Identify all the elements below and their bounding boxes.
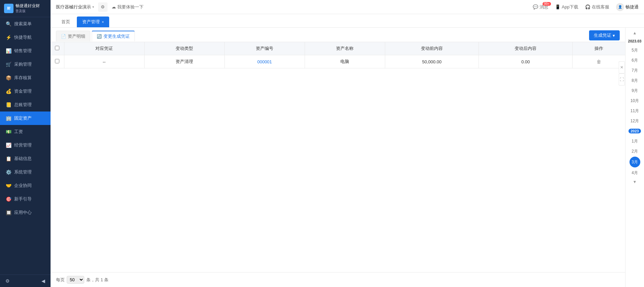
side-panel-close-button[interactable]: ✕ xyxy=(619,61,625,73)
user-menu[interactable]: 👤 畅捷通 xyxy=(616,3,639,11)
row-after-change: 0.00 xyxy=(479,55,573,68)
message-button[interactable]: 💬 消息 99+ xyxy=(533,4,548,10)
sidebar-label-fixed-assets: 固定资产 xyxy=(14,115,32,121)
tab-home[interactable]: 首页 xyxy=(56,17,75,27)
month-12[interactable]: 12月 xyxy=(627,116,643,126)
message-badge: 99+ xyxy=(543,2,551,6)
side-panel-expand-button[interactable]: ⛶ xyxy=(619,73,625,86)
per-page-label: 每页 xyxy=(56,277,65,283)
logo-text: 畅捷通好业财 xyxy=(16,3,40,9)
app-download-label: App下载 xyxy=(562,4,578,10)
month-10[interactable]: 10月 xyxy=(627,96,643,105)
per-page-select[interactable]: 50 10 20 100 xyxy=(67,276,84,284)
service-label: 在线客服 xyxy=(592,4,609,10)
table-wrapper: 对应凭证 变动类型 资产编号 资产名称 变动前内容 变动后内容 操作 xyxy=(51,42,625,272)
sidebar-item-salary[interactable]: 💵 工资 xyxy=(0,125,51,138)
sidebar-item-search[interactable]: 🔍 搜索菜单 xyxy=(0,17,51,31)
data-table: 对应凭证 变动类型 资产编号 资产名称 变动前内容 变动后内容 操作 xyxy=(51,42,625,68)
purchase-icon: 🛒 xyxy=(5,61,11,67)
col-change-type: 变动类型 xyxy=(144,42,224,55)
sidebar-item-system[interactable]: ⚙️ 系统管理 xyxy=(0,165,51,179)
sidebar-label-inventory: 库存核算 xyxy=(14,75,32,81)
select-all-checkbox[interactable] xyxy=(55,46,59,50)
sub-tab-asset-detail[interactable]: 📄 资产明细 xyxy=(56,31,90,41)
col-after-change: 变动后内容 xyxy=(479,42,573,55)
basic-info-icon: 📋 xyxy=(5,156,11,162)
generate-arrow-icon: ▾ xyxy=(613,33,615,38)
experience-button[interactable]: ☁ 我要体验一下 xyxy=(112,4,144,10)
month-9[interactable]: 9月 xyxy=(627,86,643,95)
enterprise-icon: 🤝 xyxy=(5,183,11,189)
sidebar-item-fixed-assets[interactable]: 🏢 固定资产 xyxy=(0,111,51,125)
row-asset-name: 电脑 xyxy=(305,55,385,68)
table-header-row: 对应凭证 变动类型 资产编号 资产名称 变动前内容 变动后内容 操作 xyxy=(51,42,625,55)
sidebar-item-management[interactable]: 📈 经营管理 xyxy=(0,138,51,152)
month-2023-2[interactable]: 2月 xyxy=(627,147,643,156)
sidebar-item-purchase[interactable]: 🛒 采购管理 xyxy=(0,58,51,71)
month-11[interactable]: 11月 xyxy=(627,106,643,116)
sidebar-bottom: ⚙ ◀ xyxy=(0,275,51,287)
month-5[interactable]: 5月 xyxy=(627,45,643,55)
row-asset-code[interactable]: 000001 xyxy=(224,55,305,68)
content-main: 📄 资产明细 🔄 变更生成凭证 生成凭证 ▾ xyxy=(51,28,625,287)
sidebar-label-guide: 新手引导 xyxy=(14,196,32,202)
company-selector[interactable]: 医疗器械行业演示 ▾ xyxy=(56,4,94,10)
user-avatar: 👤 xyxy=(616,3,624,11)
sales-icon: 📊 xyxy=(5,48,11,54)
delete-icon[interactable]: 🗑 xyxy=(596,59,601,64)
sidebar-label-search: 搜索菜单 xyxy=(14,21,32,27)
sidebar-label-purchase: 采购管理 xyxy=(14,61,32,67)
month-2023-4[interactable]: 4月 xyxy=(627,168,643,178)
row-operation: 🗑 xyxy=(573,55,625,68)
sidebar-label-salary: 工资 xyxy=(14,129,23,135)
month-6[interactable]: 6月 xyxy=(627,56,643,65)
side-panel-up-button[interactable]: ▲ xyxy=(631,29,639,37)
sidebar-item-inventory[interactable]: 📦 库存核算 xyxy=(0,71,51,85)
tab-asset-mgmt[interactable]: 资产管理× xyxy=(77,17,109,27)
main-container: 医疗器械行业演示 ▾ ⚙ ☁ 我要体验一下 💬 消息 99+ 📱 App下载 🎧… xyxy=(51,0,644,287)
month-2023-3[interactable]: 3月 xyxy=(630,157,640,167)
sidebar-item-sales[interactable]: 📊 销售管理 xyxy=(0,44,51,58)
col-voucher: 对应凭证 xyxy=(64,42,144,55)
sidebar-item-ledger[interactable]: 📒 总账管理 xyxy=(0,98,51,111)
message-icon: 💬 xyxy=(533,4,538,9)
app-center-icon: 🔲 xyxy=(5,210,11,216)
generate-label: 生成凭证 xyxy=(594,32,611,38)
col-asset-name: 资产名称 xyxy=(305,42,385,55)
col-asset-code: 资产编号 xyxy=(224,42,305,55)
month-2023-1[interactable]: 1月 xyxy=(627,136,643,146)
sub-tab-change-voucher[interactable]: 🔄 变更生成凭证 xyxy=(92,31,135,41)
row-before-change: 50,000.00 xyxy=(385,55,479,68)
sidebar-item-guide[interactable]: 🎯 新手引导 xyxy=(0,192,51,206)
tab-close-asset-mgmt[interactable]: × xyxy=(102,20,104,24)
logo-icon: 财 xyxy=(4,4,13,13)
sidebar-item-basic-info[interactable]: 📋 基础信息 xyxy=(0,152,51,165)
settings-bottom-icon[interactable]: ⚙ xyxy=(5,278,10,284)
row-checkbox[interactable] xyxy=(55,59,59,63)
sub-tabs: 📄 资产明细 🔄 变更生成凭证 生成凭证 ▾ xyxy=(51,28,625,42)
generate-voucher-button[interactable]: 生成凭证 ▾ xyxy=(589,30,620,40)
sidebar-label-management: 经营管理 xyxy=(14,142,32,148)
year-badge: 2023 xyxy=(628,129,641,133)
month-7[interactable]: 7月 xyxy=(627,66,643,75)
company-arrow-icon: ▾ xyxy=(92,5,94,9)
side-panel-down-button[interactable]: ▼ xyxy=(631,178,639,186)
collapse-icon[interactable]: ◀ xyxy=(41,278,45,284)
table-row: -- 资产清理 000001 电脑 50,000.00 0.00 🗑 xyxy=(51,55,625,68)
sidebar-item-quick-nav[interactable]: ⚡ 快捷导航 xyxy=(0,31,51,44)
sidebar-item-enterprise[interactable]: 🤝 企业协同 xyxy=(0,179,51,192)
quick-nav-icon: ⚡ xyxy=(5,34,11,40)
fixed-assets-icon: 🏢 xyxy=(5,115,11,121)
app-download-button[interactable]: 📱 App下载 xyxy=(555,4,578,10)
sub-tab-change-voucher-label: 变更生成凭证 xyxy=(103,33,130,39)
month-8[interactable]: 8月 xyxy=(627,76,643,85)
row-voucher: -- xyxy=(64,55,144,68)
sidebar-item-fund[interactable]: 💰 资金管理 xyxy=(0,85,51,98)
tab-label-home: 首页 xyxy=(61,19,70,25)
side-panel: ▲ 2023.03 5月 6月 7月 8月 9月 10月 11月 12月 202… xyxy=(625,28,644,287)
tabbar: 首页资产管理× xyxy=(51,14,644,28)
salary-icon: 💵 xyxy=(5,129,11,135)
online-service-button[interactable]: 🎧 在线客服 xyxy=(585,4,609,10)
sidebar-item-app-center[interactable]: 🔲 应用中心 xyxy=(0,206,51,219)
topbar-settings-button[interactable]: ⚙ xyxy=(98,2,108,12)
